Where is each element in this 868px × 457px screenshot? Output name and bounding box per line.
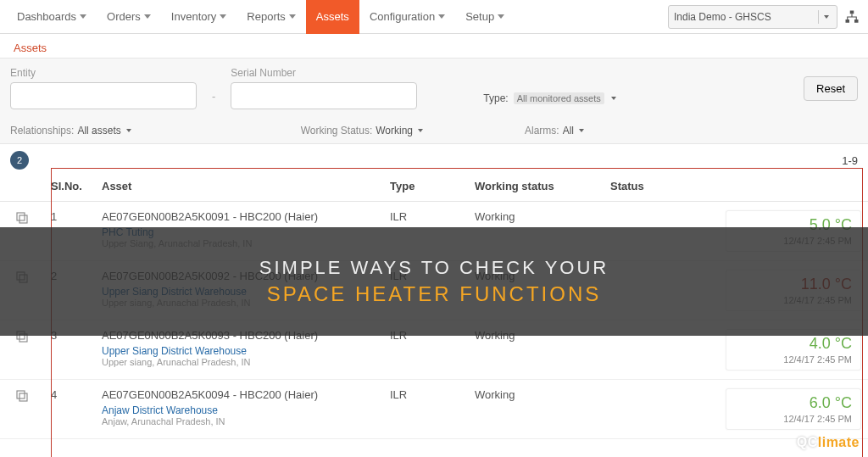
article-title-overlay: SIMPLE WAYS TO CHECK YOUR SPACE HEATER F… (0, 227, 868, 336)
col-header-si[interactable]: SI.No. (44, 171, 95, 202)
nav-label: Setup (465, 10, 494, 23)
cell-working-status: Working (468, 380, 604, 439)
svg-rect-4 (19, 215, 27, 223)
nav-label: Assets (316, 10, 349, 23)
type-label: Type: (483, 92, 508, 104)
org-name: India Demo - GHSCS (674, 11, 771, 23)
entity-input[interactable] (10, 82, 197, 109)
chevron-down-icon (579, 129, 584, 132)
svg-rect-2 (854, 20, 859, 23)
svg-rect-10 (19, 393, 27, 401)
col-header-working-status[interactable]: Working status (468, 171, 604, 202)
nav-label: Inventory (171, 10, 216, 23)
working-status-filter[interactable]: Working Status: Working (301, 125, 423, 137)
alarms-value: All (563, 125, 574, 137)
col-header-type[interactable]: Type (383, 171, 468, 202)
nav-label: Configuration (370, 10, 435, 23)
col-header-asset[interactable]: Asset (95, 171, 383, 202)
facility-location: Upper siang, Arunachal Pradesh, IN (102, 357, 376, 367)
entity-label: Entity (10, 67, 197, 79)
status-temp: 4.0 °C (735, 335, 852, 353)
col-header-icon (0, 171, 44, 202)
sub-tabs: Assets (0, 34, 868, 58)
cell-type: ILR (383, 380, 468, 439)
svg-rect-9 (17, 391, 25, 398)
nav-configuration[interactable]: Configuration (359, 0, 455, 34)
org-selector[interactable]: India Demo - GHSCS (668, 5, 837, 29)
alarms-filter[interactable]: Alarms: All (525, 125, 584, 137)
facility-link[interactable]: Upper Siang District Warehouse (102, 345, 376, 357)
chevron-down-icon (818, 10, 832, 24)
subtab-assets[interactable]: Assets (7, 38, 53, 58)
field-separator: - (212, 90, 215, 109)
relationships-label: Relationships: (10, 125, 74, 137)
chevron-down-icon (126, 129, 131, 132)
overlay-line1: SIMPLE WAYS TO CHECK YOUR (259, 257, 609, 279)
working-status-value: Working (376, 125, 413, 137)
type-value: All monitored assets (514, 92, 604, 104)
cell-si: 4 (44, 380, 95, 439)
svg-rect-3 (17, 213, 25, 220)
step-badge: 2 (10, 151, 29, 170)
nav-label: Reports (247, 10, 286, 23)
facility-link[interactable]: Anjaw District Warehouse (102, 404, 376, 416)
chevron-down-icon (220, 14, 226, 19)
cell-status: 6.0 °C12/4/17 2:45 PM (604, 380, 868, 439)
svg-rect-0 (850, 10, 854, 14)
alarms-label: Alarms: (525, 125, 559, 137)
filter-row-primary: Entity - Serial Number Type: All monitor… (10, 67, 858, 109)
status-temp: 6.0 °C (735, 394, 852, 412)
relationships-value: All assets (77, 125, 120, 137)
status-time: 12/4/17 2:45 PM (735, 354, 852, 365)
cell-asset: AE07GE0N00B2A5K0094 - HBC200 (Haier)Anja… (95, 380, 383, 439)
filter-row-secondary: Relationships: All assets Working Status… (10, 125, 858, 137)
nav-dashboards[interactable]: Dashboards (7, 0, 97, 34)
serial-input[interactable] (231, 82, 417, 109)
type-filter[interactable]: Type: All monitored assets (483, 92, 615, 109)
overlay-line2: SPACE HEATER FUNCTIONS (267, 282, 601, 306)
row-copy-icon[interactable] (0, 380, 44, 439)
nav-setup[interactable]: Setup (455, 0, 515, 34)
asset-name: AE07GE0N00B2A5K0091 - HBC200 (Haier) (102, 210, 318, 223)
badge-row: 2 1-9 (0, 144, 868, 171)
relationships-filter[interactable]: Relationships: All assets (10, 125, 131, 137)
nav-label: Orders (107, 10, 141, 23)
asset-name: AE07GE0N00B2A5K0094 - HBC200 (Haier) (102, 388, 318, 401)
chevron-down-icon (498, 14, 504, 19)
pager: 1-9 (842, 154, 858, 167)
working-status-label: Working Status: (301, 125, 372, 137)
reset-button[interactable]: Reset (804, 76, 858, 101)
serial-field-group: Serial Number (231, 67, 417, 109)
nav-orders[interactable]: Orders (97, 0, 161, 34)
status-card: 6.0 °C12/4/17 2:45 PM (726, 388, 861, 430)
watermark-part1: QC (797, 435, 818, 449)
facility-location: Anjaw, Arunachal Pradesh, IN (102, 416, 376, 426)
chevron-down-icon (418, 129, 423, 132)
status-time: 12/4/17 2:45 PM (735, 414, 852, 424)
hierarchy-icon[interactable] (843, 8, 861, 26)
chevron-down-icon (611, 97, 616, 100)
col-header-status[interactable]: Status (604, 171, 868, 202)
table-row[interactable]: 4AE07GE0N00B2A5K0094 - HBC200 (Haier)Anj… (0, 380, 868, 439)
nav-inventory[interactable]: Inventory (161, 0, 236, 34)
chevron-down-icon (289, 14, 296, 19)
chevron-down-icon (144, 14, 151, 19)
nav-label: Dashboards (17, 10, 76, 23)
chevron-down-icon (438, 14, 445, 19)
filter-panel: Entity - Serial Number Type: All monitor… (0, 58, 868, 144)
watermark: QClimate (797, 435, 860, 450)
watermark-part2: limate (818, 435, 860, 449)
top-nav: DashboardsOrdersInventoryReportsAssetsCo… (0, 0, 868, 34)
svg-rect-1 (846, 20, 850, 23)
serial-label: Serial Number (231, 67, 417, 79)
entity-field-group: Entity (10, 67, 197, 109)
nav-reports[interactable]: Reports (236, 0, 306, 34)
chevron-down-icon (80, 14, 86, 19)
nav-assets[interactable]: Assets (306, 0, 359, 34)
